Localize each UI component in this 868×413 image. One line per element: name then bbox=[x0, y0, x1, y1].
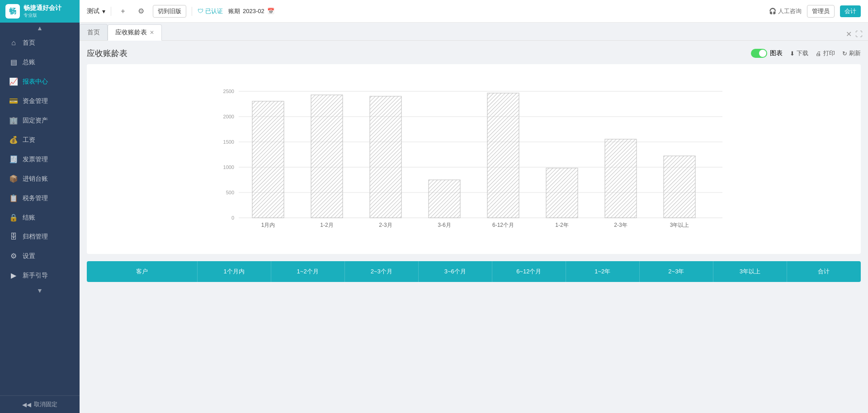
sidebar-label-invoice: 发票管理 bbox=[23, 155, 48, 164]
company-selector[interactable]: 测试 ▾ bbox=[87, 7, 105, 15]
sidebar-item-funds[interactable]: 💳 资金管理 bbox=[0, 91, 80, 111]
sidebar-label-settings: 设置 bbox=[23, 252, 35, 260]
logo-text-group: 畅捷通好会计 专业版 bbox=[24, 4, 61, 19]
download-btn[interactable]: ⬇ 下载 bbox=[790, 49, 808, 57]
bar-2-3年 bbox=[605, 139, 637, 218]
sidebar-label-payroll: 工资 bbox=[23, 136, 35, 144]
tab-home[interactable]: 首页 bbox=[80, 24, 108, 40]
service-label: 人工咨询 bbox=[778, 7, 802, 15]
period-value: 2023-02 bbox=[243, 8, 264, 14]
sidebar-label-archive: 归档管理 bbox=[23, 233, 48, 241]
tab-close-all-btn[interactable]: ✕ bbox=[846, 30, 852, 38]
ledger-icon: ▤ bbox=[9, 58, 18, 66]
svg-text:1500: 1500 bbox=[223, 139, 234, 145]
headset-icon: 🎧 bbox=[769, 8, 776, 14]
col-3-6month: 3~6个月 bbox=[419, 261, 492, 282]
period-selector[interactable]: 账期 2023-02 📅 bbox=[228, 7, 274, 15]
svg-text:3年以上: 3年以上 bbox=[670, 222, 689, 228]
sidebar-label-guide: 新手引导 bbox=[23, 272, 48, 280]
sidebar-label-funds: 资金管理 bbox=[23, 97, 48, 105]
svg-text:1-2月: 1-2月 bbox=[320, 222, 333, 228]
sidebar-item-settings[interactable]: ⚙ 设置 bbox=[0, 246, 80, 266]
svg-text:2500: 2500 bbox=[223, 89, 234, 94]
tab-expand-btn[interactable]: ⛶ bbox=[855, 30, 863, 38]
svg-text:1月内: 1月内 bbox=[261, 222, 275, 228]
svg-text:2000: 2000 bbox=[223, 114, 234, 119]
topbar-divider-1 bbox=[111, 7, 111, 16]
logo-edition: 专业版 bbox=[24, 12, 61, 19]
shield-icon: 🛡 bbox=[198, 8, 203, 14]
add-company-btn[interactable]: + bbox=[117, 5, 129, 18]
download-label: 下载 bbox=[797, 49, 808, 57]
sidebar-item-home[interactable]: ⌂ 首页 bbox=[0, 33, 80, 52]
sidebar-label-home: 首页 bbox=[23, 39, 35, 47]
archive-icon: 🗄 bbox=[9, 233, 18, 241]
settings-btn[interactable]: ⚙ bbox=[135, 5, 147, 18]
sidebar-item-assets[interactable]: 🏢 固定资产 bbox=[0, 111, 80, 130]
user-btn[interactable]: 管理员 bbox=[807, 5, 835, 18]
bar-6-12月 bbox=[487, 93, 519, 218]
col-1month: 1个月内 bbox=[198, 261, 271, 282]
svg-text:1000: 1000 bbox=[223, 164, 234, 170]
sidebar-label-tax: 税务管理 bbox=[23, 194, 48, 202]
bar-1-2年 bbox=[546, 168, 578, 218]
col-1-2month: 1~2个月 bbox=[271, 261, 345, 282]
service-btn[interactable]: 🎧 人工咨询 bbox=[769, 7, 802, 15]
tab-close-icon[interactable]: ✕ bbox=[150, 29, 154, 36]
sidebar-item-guide[interactable]: ▶ 新手引导 bbox=[0, 266, 80, 285]
topbar-divider-2 bbox=[192, 7, 192, 16]
chart-toggle[interactable] bbox=[751, 49, 767, 58]
sidebar-item-invoice[interactable]: 🧾 发票管理 bbox=[0, 150, 80, 169]
role-btn[interactable]: 会计 bbox=[840, 5, 861, 17]
assets-icon: 🏢 bbox=[9, 116, 18, 125]
sidebar-scroll: ▲ ⌂ 首页 ▤ 总账 📈 报表中心 💳 资金管理 🏢 固定资产 💰 工资 🧾 … bbox=[0, 23, 80, 395]
sidebar-item-ledger[interactable]: ▤ 总账 bbox=[0, 52, 80, 72]
home-icon: ⌂ bbox=[9, 39, 18, 47]
refresh-btn[interactable]: ↻ 刷新 bbox=[842, 49, 861, 57]
period-label: 账期 bbox=[228, 7, 240, 15]
tabbar-controls: ✕ ⛶ bbox=[846, 30, 868, 40]
settings-icon: ⚙ bbox=[9, 252, 18, 260]
page-header: 应收账龄表 图表 ⬇ 下载 🖨 打印 ↻ 刷新 bbox=[87, 48, 861, 59]
sidebar-label-reports: 报表中心 bbox=[23, 78, 48, 86]
cancel-fixed-label: 取消固定 bbox=[34, 400, 57, 408]
bar-3年以上 bbox=[664, 156, 695, 218]
print-btn[interactable]: 🖨 打印 bbox=[816, 49, 835, 57]
col-2-3year: 2~3年 bbox=[640, 261, 713, 282]
svg-text:2-3年: 2-3年 bbox=[614, 222, 627, 228]
reports-icon: 📈 bbox=[9, 77, 18, 86]
switch-version-btn[interactable]: 切到旧版 bbox=[153, 5, 186, 18]
tabbar: 首页 应收账龄表 ✕ ✕ ⛶ bbox=[80, 23, 868, 41]
sidebar-item-reports[interactable]: 📈 报表中心 bbox=[0, 72, 80, 91]
guide-icon: ▶ bbox=[9, 271, 18, 280]
sidebar-scroll-up[interactable]: ▲ bbox=[0, 23, 80, 33]
certified-badge: 🛡 已认证 bbox=[198, 7, 223, 15]
sidebar-item-payroll[interactable]: 💰 工资 bbox=[0, 130, 80, 150]
cancel-fixed-btn[interactable]: ◀◀ 取消固定 bbox=[0, 395, 80, 413]
bar-1月内 bbox=[252, 101, 284, 218]
col-3plus: 3年以上 bbox=[713, 261, 787, 282]
refresh-icon: ↻ bbox=[842, 50, 847, 57]
table-container: 客户 1个月内 1~2个月 2~3个月 3~6个月 6~12个月 1~2年 2~… bbox=[87, 261, 861, 282]
chart-toggle-label: 图表 bbox=[770, 49, 783, 57]
bar-chart: 0 500 1000 1500 2000 2500 1月内 bbox=[96, 73, 852, 245]
company-name: 测试 bbox=[87, 7, 99, 15]
col-2-3month: 2~3个月 bbox=[345, 261, 419, 282]
sidebar-item-close[interactable]: 🔒 结账 bbox=[0, 208, 80, 227]
topbar: 测试 ▾ + ⚙ 切到旧版 🛡 已认证 账期 2023-02 📅 🎧 人工咨询 … bbox=[80, 0, 868, 23]
tab-aging[interactable]: 应收账龄表 ✕ bbox=[108, 24, 162, 41]
sidebar: 畅 畅捷通好会计 专业版 ▲ ⌂ 首页 ▤ 总账 📈 报表中心 💳 资金管理 🏢… bbox=[0, 0, 80, 413]
sidebar-item-archive[interactable]: 🗄 归档管理 bbox=[0, 227, 80, 246]
svg-text:6-12个月: 6-12个月 bbox=[492, 222, 514, 228]
sidebar-item-sales[interactable]: 📦 进销台账 bbox=[0, 169, 80, 188]
download-icon: ⬇ bbox=[790, 50, 795, 57]
svg-text:0: 0 bbox=[231, 215, 234, 221]
sidebar-label-close: 结账 bbox=[23, 214, 35, 222]
sidebar-scroll-down[interactable]: ▼ bbox=[0, 285, 80, 296]
col-customer: 客户 bbox=[87, 261, 198, 282]
tab-aging-label: 应收账龄表 bbox=[115, 28, 147, 37]
sidebar-item-tax[interactable]: 📋 税务管理 bbox=[0, 188, 80, 208]
main-area: 测试 ▾ + ⚙ 切到旧版 🛡 已认证 账期 2023-02 📅 🎧 人工咨询 … bbox=[80, 0, 868, 413]
sidebar-logo: 畅 畅捷通好会计 专业版 bbox=[0, 0, 80, 23]
chart-container: 0 500 1000 1500 2000 2500 1月内 bbox=[87, 64, 861, 254]
